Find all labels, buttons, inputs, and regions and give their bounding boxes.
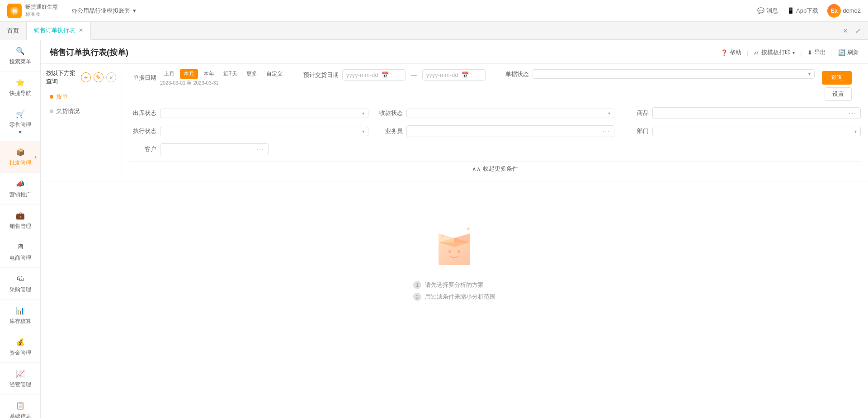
inventory-label: 库存核算 [9, 318, 31, 325]
customer-select[interactable]: ··· [160, 143, 269, 155]
sidebar-item-wholesale[interactable]: 📦 批发管理 [0, 141, 40, 173]
doc-status-label: 单据状态 [502, 70, 529, 78]
sidebar-item-operation[interactable]: 📈 经营管理 [0, 363, 40, 394]
svg-marker-5 [454, 233, 470, 242]
filter-add-button[interactable]: + [81, 72, 91, 82]
filter-section: 按以下方案查询 + ✎ « [41, 64, 868, 181]
search-btn-area: 查询 设置 [822, 69, 861, 101]
retail-label: 零售管理 [9, 121, 31, 129]
exec-status-select[interactable]: ▾ [160, 127, 368, 136]
department-label: 部门 [622, 127, 649, 135]
tab-bar: 首页 销售订单执行表 ✕ ✕ ⤢ [0, 22, 868, 40]
filter-collapse-button[interactable]: « [106, 72, 116, 82]
payment-status-arrow: ▾ [608, 111, 610, 116]
sidebar-item-marketing[interactable]: 📣 营销推广 [0, 173, 40, 204]
settings-button[interactable]: 设置 [825, 87, 852, 101]
sidebar-item-ecommerce[interactable]: 🖥 电商管理 [0, 236, 40, 268]
tab-home[interactable]: 首页 [0, 22, 27, 40]
app-download-button[interactable]: 📱 App下载 [787, 7, 818, 15]
filter-sidebar-title: 按以下方案查询 [46, 69, 81, 86]
help-label: 帮助 [730, 48, 741, 57]
message-button[interactable]: 💬 消息 [757, 7, 778, 15]
ship-status-select[interactable]: ▾ [160, 109, 368, 118]
date-tab-7days[interactable]: 近7天 [220, 69, 241, 79]
sales-label: 销售管理 [9, 223, 31, 230]
filter-item-by-order[interactable]: 按单 [46, 90, 116, 104]
collapse-filters-button[interactable]: ∧∧ 收起更多条件 [129, 162, 861, 176]
breadcrumb[interactable]: 办公用品行业模拟账套 ▾ [71, 7, 136, 15]
date-tab-this-month[interactable]: 本月 [180, 69, 198, 79]
export-label: 导出 [814, 48, 826, 57]
purchase-label: 采购管理 [9, 286, 31, 294]
exec-status-arrow: ▾ [362, 129, 364, 134]
logo-area[interactable]: 畅 畅捷通好生意 标准版 [7, 4, 58, 18]
date-tab-custom[interactable]: 自定义 [263, 69, 286, 79]
logo-sub: 标准版 [25, 11, 58, 18]
refresh-button[interactable]: 🔄 刷新 [838, 48, 859, 57]
salesman-select[interactable]: ··· [406, 125, 615, 137]
sidebar-item-finance[interactable]: 💰 资金管理 [0, 331, 40, 363]
basic-icon: 📋 [15, 400, 26, 411]
user-area[interactable]: Ea demo2 [827, 4, 861, 18]
header-right: 💬 消息 📱 App下载 Ea demo2 [757, 4, 861, 18]
sidebar-item-inventory[interactable]: 📊 库存核算 [0, 299, 40, 331]
department-select[interactable]: ▾ [652, 127, 861, 136]
svg-text:✦: ✦ [466, 225, 471, 233]
window-expand-button[interactable]: ⤢ [854, 26, 863, 35]
date-tab-last-month[interactable]: 上月 [160, 69, 178, 79]
tip-text-1: 请先选择要分析的方案 [425, 281, 484, 289]
refresh-icon: 🔄 [838, 49, 845, 56]
help-button[interactable]: ❓ 帮助 [721, 48, 741, 57]
shortcut-label: 快捷导航 [9, 90, 31, 97]
template-print-label: 按模板打印 [761, 48, 791, 57]
main-layout: 🔍 搜索菜单 ⭐ 快捷导航 🛒 零售管理 📦 批发管理 📣 营销推广 💼 销售管… [0, 40, 868, 418]
empty-tips: 1 请先选择要分析的方案 2 用过滤条件来缩小分析范围 [413, 281, 495, 301]
sidebar-item-sales[interactable]: 💼 销售管理 [0, 204, 40, 236]
filter-item-shortage[interactable]: 欠货情况 [46, 104, 116, 118]
doc-status-arrow: ▾ [808, 71, 811, 76]
window-close-button[interactable]: ✕ [841, 26, 850, 35]
filter-main: 单据日期 上月 本月 本年 近7天 更多 自定义 20 [122, 69, 868, 176]
tab-close-icon[interactable]: ✕ [79, 27, 83, 33]
tip-num-1: 1 [413, 281, 421, 289]
payment-status-select[interactable]: ▾ [406, 109, 615, 118]
basic-label: 基础信息 [9, 413, 31, 418]
svg-point-8 [448, 250, 451, 253]
search-button[interactable]: 查询 [822, 71, 852, 85]
expected-date-from-placeholder: yyyy-mm-dd [346, 71, 378, 78]
header-left: 畅 畅捷通好生意 标准版 办公用品行业模拟账套 ▾ [7, 4, 136, 18]
sidebar-search[interactable]: 🔍 搜索菜单 [0, 40, 40, 71]
message-icon: 💬 [757, 7, 764, 14]
goods-select[interactable]: ··· [652, 107, 861, 119]
customer-label: 客户 [129, 145, 156, 153]
svg-text:✦: ✦ [441, 234, 444, 239]
date-tab-this-year[interactable]: 本年 [200, 69, 218, 79]
purchase-icon: 🛍 [15, 273, 26, 284]
expected-date-from[interactable]: yyyy-mm-dd 📅 [342, 69, 406, 81]
doc-status-select[interactable]: ▾ [533, 69, 815, 79]
ship-status-label: 出库状态 [129, 109, 156, 117]
wholesale-icon: 📦 [15, 147, 26, 157]
template-print-button[interactable]: 🖨 按模板打印 ▾ [754, 48, 795, 57]
expected-date-to[interactable]: yyyy-mm-dd 📅 [422, 69, 486, 81]
calendar-icon-to: 📅 [462, 71, 469, 78]
export-button[interactable]: ⬇ 导出 [807, 48, 826, 57]
empty-state: ✦ ✦ 1 请先选择要分析的方案 2 用过滤条件来缩 [41, 181, 868, 337]
page-content: 销售订单执行表(按单) ❓ 帮助 | 🖨 按模板打印 ▾ | ⬇ [41, 40, 868, 418]
date-label: 单据日期 [129, 74, 156, 82]
tab-sales-order[interactable]: 销售订单执行表 ✕ [27, 22, 91, 40]
sidebar-shortcut[interactable]: ⭐ 快捷导航 [0, 71, 40, 103]
filter-sidebar-actions: + ✎ « [81, 72, 116, 82]
sidebar-item-purchase[interactable]: 🛍 采购管理 [0, 268, 40, 299]
sidebar-item-retail[interactable]: 🛒 零售管理 [0, 103, 40, 141]
filter-dot-order [50, 95, 53, 99]
sidebar-item-basic[interactable]: 📋 基础信息 [0, 394, 40, 418]
salesman-dots: ··· [603, 128, 611, 135]
filter-edit-button[interactable]: ✎ [94, 72, 104, 82]
date-separator: — [411, 71, 417, 78]
marketing-icon: 📣 [15, 178, 26, 189]
date-tabs: 上月 本月 本年 近7天 更多 自定义 [160, 69, 286, 79]
page-actions: ❓ 帮助 | 🖨 按模板打印 ▾ | ⬇ 导出 | [721, 48, 859, 57]
breadcrumb-arrow: ▾ [133, 7, 136, 14]
date-tab-more[interactable]: 更多 [243, 69, 261, 79]
